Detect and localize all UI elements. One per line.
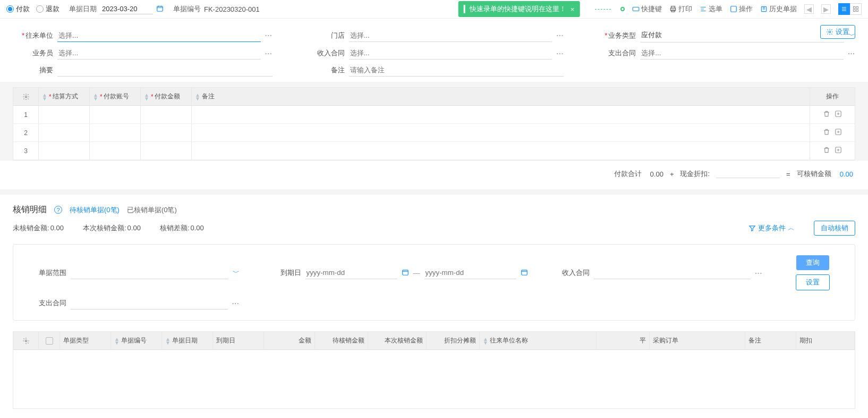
- help-icon[interactable]: ?: [54, 206, 62, 214]
- store-label: 门店: [304, 31, 345, 40]
- sales-label: 业务员: [13, 48, 53, 58]
- tab-pending[interactable]: 待核销单据(0笔): [70, 205, 120, 215]
- table-row[interactable]: 1: [13, 106, 855, 124]
- prev-button[interactable]: ◀: [804, 4, 814, 14]
- col-discount-alloc[interactable]: 折扣分摊额: [427, 332, 480, 349]
- ellipsis-icon[interactable]: ···: [265, 31, 273, 39]
- ellipsis-icon[interactable]: ···: [232, 299, 240, 307]
- income-contract-input[interactable]: [349, 47, 552, 60]
- summary-input[interactable]: [57, 64, 273, 77]
- col-purchase-order[interactable]: 采购订单: [650, 332, 745, 349]
- close-icon[interactable]: ×: [571, 5, 575, 13]
- svg-point-18: [25, 340, 27, 342]
- expense-contract-filter-input[interactable]: [71, 297, 228, 310]
- col-remark[interactable]: ▲▼备注: [192, 88, 810, 105]
- ellipsis-icon[interactable]: ···: [848, 49, 855, 57]
- store-input[interactable]: [349, 29, 552, 42]
- col-pay-amount[interactable]: ▲▼*付款金额: [141, 88, 192, 105]
- expense-contract-filter: 支出合同 ···: [26, 297, 240, 310]
- col-flat[interactable]: 平: [597, 332, 650, 349]
- toast-bar-icon: [464, 5, 465, 13]
- more-conditions-toggle[interactable]: 更多条件 ︿: [748, 223, 795, 233]
- sales-input[interactable]: [57, 47, 261, 60]
- view-grid-button[interactable]: [850, 3, 862, 15]
- tab-done[interactable]: 已核销单据(0笔): [127, 205, 177, 215]
- shortcut-button[interactable]: 快捷键: [632, 4, 662, 14]
- toast-connector-line: [595, 9, 611, 10]
- settings-button[interactable]: 设置: [820, 25, 855, 39]
- col-doc-no[interactable]: ▲▼单据编号: [111, 332, 162, 349]
- print-button[interactable]: 打印: [669, 4, 692, 14]
- table-header: ▲▼*结算方式 ▲▼*付款账号 ▲▼*付款金额 ▲▼备注 操作: [13, 88, 855, 106]
- add-icon[interactable]: [835, 128, 842, 137]
- add-icon[interactable]: [835, 110, 842, 119]
- col-doc-type[interactable]: 单据类型: [60, 332, 111, 349]
- ellipsis-icon[interactable]: ···: [755, 269, 762, 277]
- next-button[interactable]: ▶: [821, 4, 831, 14]
- col-settle-method[interactable]: ▲▼*结算方式: [39, 88, 90, 105]
- col-amount[interactable]: 金额: [264, 332, 315, 349]
- view-list-button[interactable]: [838, 3, 850, 15]
- verify-section: 核销明细 ? 待核销单据(0笔) 已核销单据(0笔) 未核销金额:0.00 本次…: [0, 195, 868, 418]
- doc-date-value[interactable]: 2023-03-20: [100, 4, 153, 14]
- col-unit-name[interactable]: ▲▼往来单位名称: [480, 332, 597, 349]
- income-contract-filter-input[interactable]: [594, 266, 751, 279]
- expense-contract-input[interactable]: [640, 47, 844, 60]
- remark-input[interactable]: [349, 64, 564, 77]
- ops-button[interactable]: 操作: [730, 4, 753, 14]
- select-button[interactable]: 选单: [700, 4, 722, 14]
- radio-checked-icon: [6, 5, 14, 13]
- col-pay-account[interactable]: ▲▼*付款账号: [90, 88, 141, 105]
- col-remark[interactable]: 备注: [745, 332, 796, 349]
- summary-label: 摘要: [13, 65, 53, 75]
- col-this-amount[interactable]: 本次核销金额: [368, 332, 427, 349]
- settings-column-header[interactable]: [13, 88, 39, 105]
- doc-range-field: 单据范围 ﹀: [26, 255, 240, 290]
- view-toggle: [838, 3, 862, 15]
- store-field: 门店 ···: [304, 28, 564, 43]
- chevron-down-icon[interactable]: ﹀: [233, 268, 240, 278]
- remark-label: 备注: [304, 65, 345, 75]
- radio-refund[interactable]: 退款: [36, 4, 59, 14]
- delete-icon[interactable]: [823, 128, 830, 137]
- query-button[interactable]: 查询: [796, 255, 829, 270]
- col-due-date[interactable]: 到期日: [213, 332, 264, 349]
- settings-column-header[interactable]: [13, 332, 39, 349]
- checkbox-column-header[interactable]: [39, 332, 60, 349]
- calendar-icon[interactable]: [156, 5, 164, 14]
- calendar-icon[interactable]: [402, 269, 409, 278]
- radio-unchecked-icon: [36, 5, 44, 13]
- delete-icon[interactable]: [823, 110, 830, 119]
- history-button[interactable]: 历史单据: [760, 4, 797, 14]
- auto-verify-button[interactable]: 自动核销: [814, 221, 855, 236]
- ellipsis-icon[interactable]: ···: [265, 49, 273, 57]
- cashdisc-input[interactable]: [716, 170, 780, 178]
- unit-input[interactable]: [57, 29, 261, 42]
- doc-date-label: 单据日期: [69, 4, 97, 14]
- doc-no-label: 单据编号: [173, 4, 201, 14]
- sort-icon: ▲▼: [144, 93, 149, 101]
- checkbox-icon[interactable]: [46, 337, 53, 345]
- biztype-value[interactable]: 应付款: [640, 28, 844, 43]
- filter-actions: 查询 设置: [784, 255, 842, 290]
- ellipsis-icon[interactable]: ···: [556, 49, 564, 57]
- doc-range-input[interactable]: [71, 266, 228, 279]
- calendar-icon[interactable]: [521, 269, 528, 278]
- filter-settings-button[interactable]: 设置: [796, 274, 830, 290]
- form-area: 设置 往来单位 ··· 门店 ··· 业务类型 应付款 ﹀ 业务员 ··· 收入…: [0, 19, 868, 82]
- delete-icon[interactable]: [823, 146, 830, 155]
- col-extra[interactable]: 期扣: [796, 332, 855, 349]
- col-pending-amount[interactable]: 待核销金额: [315, 332, 368, 349]
- chevron-up-icon: ︿: [788, 223, 795, 233]
- doc-range-label: 单据范围: [26, 268, 66, 278]
- due-end-input[interactable]: [424, 266, 516, 279]
- shortcut-toast: 快速录单的快捷键说明在这里！ ×: [458, 1, 580, 17]
- radio-payment[interactable]: 付款: [6, 4, 30, 14]
- due-start-input[interactable]: [305, 266, 397, 279]
- table-row[interactable]: 2: [13, 124, 855, 142]
- col-doc-date[interactable]: ▲▼单据日期: [162, 332, 213, 349]
- ellipsis-icon[interactable]: ···: [556, 31, 564, 39]
- filter-panel: 单据范围 ﹀ 到期日 — 收入合同 ··· 查询 设置 支出合同 ···: [13, 244, 855, 321]
- add-icon[interactable]: [835, 146, 842, 155]
- table-row[interactable]: 3: [13, 142, 855, 160]
